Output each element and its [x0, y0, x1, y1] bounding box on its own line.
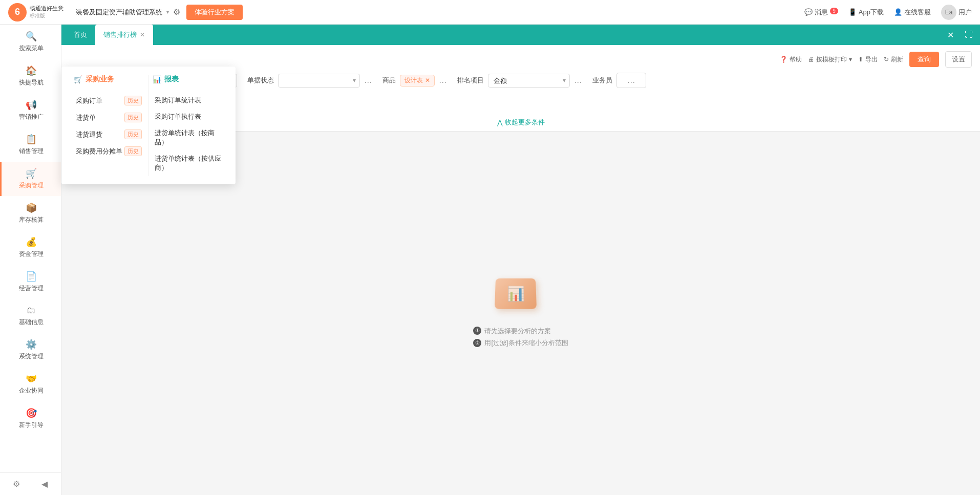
dropdown-item-purchase-return[interactable]: 进货退货 历史 — [74, 126, 144, 143]
empty-state: ① 请先选择要分析的方案 ② 用[过滤]条件来缩小分析范围 — [473, 278, 568, 349]
sidebar-label-enterprise: 企业协同 — [19, 386, 44, 395]
export-icon: ⬆ — [858, 56, 863, 63]
status-select[interactable] — [278, 74, 360, 88]
export-button[interactable]: ⬆ 导出 — [858, 55, 878, 64]
tab-maximize-button[interactable]: ⛶ — [962, 28, 976, 42]
filter-status-row: 单据状态 … — [247, 73, 372, 88]
sidebar-label-purchase: 采购管理 — [19, 181, 44, 190]
refresh-button[interactable]: ↻ 刷新 — [884, 55, 903, 64]
system-name-area: 装餐及固定资产辅助管理系统 ▾ ⚙ — [76, 7, 180, 17]
hint-dot-2: ② — [473, 339, 481, 347]
rank-select[interactable]: 金额 — [488, 74, 570, 88]
collapse-button[interactable]: ◀ — [33, 477, 57, 491]
content-area: ① 请先选择要分析的方案 ② 用[过滤]条件来缩小分析范围 — [61, 132, 980, 495]
filter-goods-row: 商品 设计表 ✕ … — [382, 73, 447, 88]
message-icon: 💬 — [804, 8, 813, 16]
sidebar-item-finance[interactable]: 💰 资金管理 — [0, 230, 61, 265]
dropdown-item-report-2[interactable]: 采购订单执行表 — [153, 109, 223, 125]
finance-icon: 💰 — [26, 236, 37, 248]
settings-bottom-button[interactable]: ⚙ — [4, 477, 29, 491]
dropdown-item-report-3[interactable]: 进货单统计表（按商品） — [153, 125, 223, 150]
print-button[interactable]: 🖨 按模板打印 ▾ — [808, 55, 852, 64]
basic-icon: 🗂 — [27, 305, 36, 316]
tabbar: 首页 销售排行榜 ✕ ✕ ⛶ — [61, 25, 980, 45]
tab-close-icon[interactable]: ✕ — [140, 31, 145, 38]
sidebar-item-quick[interactable]: 🏠 快捷导航 — [0, 59, 61, 93]
message-badge: 9 — [830, 8, 838, 14]
inventory-icon: 📦 — [26, 202, 37, 213]
tab-actions: ✕ ⛶ — [943, 28, 976, 42]
collapse-label: 收起更多条件 — [505, 118, 545, 127]
status-more-btn[interactable]: … — [364, 76, 372, 85]
sidebar-item-purchase[interactable]: 🛒 采购管理 — [0, 162, 61, 196]
sidebar-item-search[interactable]: 🔍 搜索菜单 — [0, 25, 61, 59]
sidebar-item-operation[interactable]: 📄 经营管理 — [0, 265, 61, 299]
dropdown-report-col: 📊 报表 采购订单统计表 采购订单执行表 进货单统计表（按商品） 进货单统计表（… — [148, 75, 227, 176]
sidebar-label-quick: 快捷导航 — [19, 78, 44, 87]
help-button[interactable]: ❓ 帮助 — [780, 55, 802, 64]
empty-text: ① 请先选择要分析的方案 ② 用[过滤]条件来缩小分析范围 — [473, 325, 568, 349]
sidebar-item-sales[interactable]: 📋 销售管理 — [0, 127, 61, 162]
tab-sales-rank[interactable]: 销售排行榜 ✕ — [95, 25, 153, 45]
rank-more-btn[interactable]: … — [574, 76, 582, 85]
enterprise-icon: 🤝 — [26, 373, 37, 384]
topbar-right: 💬 消息 9 📱 App下载 👤 在线客服 Ea 用户 — [804, 5, 972, 20]
dropdown-item-purchase-order[interactable]: 采购订单 历史 — [74, 92, 144, 109]
empty-icon-shape — [495, 278, 537, 309]
query-button[interactable]: 查询 — [909, 52, 939, 67]
print-icon: 🖨 — [808, 56, 814, 63]
app-download-button[interactable]: 📱 App下载 — [848, 8, 884, 17]
topbar: 6 畅通道好生意 标准版 装餐及固定资产辅助管理系统 ▾ ⚙ 体验行业方案 💬 … — [0, 0, 980, 25]
online-service-button[interactable]: 👤 在线客服 — [894, 8, 931, 17]
empty-illustration — [495, 278, 546, 319]
system-name: 装餐及固定资产辅助管理系统 — [76, 8, 162, 17]
sidebar-label-inventory: 库存核算 — [19, 216, 44, 224]
home-icon: 🏠 — [26, 65, 37, 76]
rank-label: 排名项目 — [457, 76, 484, 85]
search-icon: 🔍 — [26, 31, 37, 42]
print-chevron-icon: ▾ — [849, 56, 852, 63]
status-select-wrap — [278, 74, 360, 88]
sidebar-item-system[interactable]: ⚙️ 系统管理 — [0, 333, 61, 367]
system-icon: ⚙️ — [26, 339, 37, 350]
tab-home[interactable]: 首页 — [66, 25, 95, 45]
sidebar-label-basic: 基础信息 — [19, 318, 44, 327]
trial-button[interactable]: 体验行业方案 — [186, 5, 243, 20]
rank-select-wrap: 金额 — [488, 74, 570, 88]
message-label: 消息 — [815, 8, 828, 17]
message-button[interactable]: 💬 消息 9 — [804, 8, 838, 17]
sidebar-label-sales: 销售管理 — [19, 147, 44, 156]
marketing-icon: 📢 — [26, 99, 37, 111]
system-chevron-icon[interactable]: ▾ — [166, 9, 169, 15]
goods-more-btn[interactable]: … — [439, 76, 447, 85]
user-area[interactable]: Ea 用户 — [941, 5, 972, 20]
dropdown-item-report-4[interactable]: 进货单统计表（按供应商） — [153, 150, 223, 176]
dropdown-item-purchase-goods[interactable]: 进货单 历史 — [74, 109, 144, 126]
filter-toolbar: ❓ 帮助 🖨 按模板打印 ▾ ⬆ 导出 ↻ 刷新 查询 设置 — [70, 51, 972, 68]
dropdown-report-title: 📊 报表 — [153, 75, 223, 86]
sidebar-label-marketing: 营销推广 — [19, 113, 44, 121]
goods-tag-close[interactable]: ✕ — [425, 77, 430, 84]
logo-icon: 6 — [8, 3, 27, 21]
sidebar-label-finance: 资金管理 — [19, 250, 44, 259]
hint-dot-1: ① — [473, 327, 481, 335]
sidebar-item-marketing[interactable]: 📢 营销推广 — [0, 93, 61, 127]
sidebar-label-operation: 经营管理 — [19, 284, 44, 293]
help-icon: ❓ — [780, 56, 787, 63]
sidebar-item-enterprise[interactable]: 🤝 企业协同 — [0, 367, 61, 401]
refresh-icon: ↻ — [884, 56, 889, 63]
sidebar-item-guide[interactable]: 🎯 新手引导 — [0, 401, 61, 436]
salesman-input[interactable]: … — [616, 73, 646, 88]
guide-icon: 🎯 — [26, 407, 37, 419]
goods-label: 商品 — [382, 76, 396, 85]
sidebar-item-basic[interactable]: 🗂 基础信息 — [0, 299, 61, 333]
gear-icon[interactable]: ⚙ — [173, 7, 180, 17]
sidebar-item-inventory[interactable]: 📦 库存核算 — [0, 196, 61, 230]
dropdown-item-report-1[interactable]: 采购订单统计表 — [153, 92, 223, 109]
dropdown-item-purchase-expense[interactable]: 采购费用分摊单 历史 — [74, 143, 144, 160]
sidebar-label-guide: 新手引导 — [19, 421, 44, 429]
logo-tag: 标准版 — [30, 12, 63, 19]
dropdown-purchase-title: 🛒 采购业务 — [74, 75, 144, 86]
tab-close-window-button[interactable]: ✕ — [943, 28, 957, 42]
settings-button[interactable]: 设置 — [945, 51, 972, 68]
